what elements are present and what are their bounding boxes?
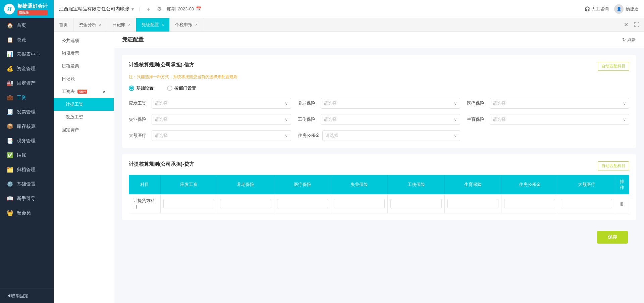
tabbar-actions: ✕ ⛶: [621, 20, 644, 30]
radio-dept-circle: [167, 86, 172, 91]
td-cell-3: [274, 194, 331, 213]
tab-capital-close[interactable]: ×: [99, 22, 101, 27]
tab-tax[interactable]: 个税申报 ×: [170, 18, 203, 32]
content-inner: 计提核算规则(公司承担)-借方 自动匹配科目 注：只能选择一种方式，系统将按照您…: [114, 48, 644, 254]
input-gongjijin[interactable]: [504, 199, 555, 208]
select-yiliao[interactable]: 请选择 ∨: [490, 98, 629, 109]
assets-icon: 🏭: [7, 80, 13, 86]
input-shiye[interactable]: [334, 199, 385, 208]
select-gongjijin[interactable]: 请选择 ∨: [322, 130, 460, 141]
tab-tax-label: 个税申报: [175, 22, 193, 28]
tab-capital-label: 资金分析: [79, 22, 96, 28]
label-yingfa: 应发工资: [129, 100, 149, 106]
td-cell-8: [558, 194, 615, 213]
company-selector[interactable]: 江西服宝精品有限责任公司内账张 ▾: [59, 6, 134, 12]
sidebar-item-reports[interactable]: 📊 云报表中心: [0, 47, 54, 61]
select-shengyu[interactable]: 请选择 ∨: [490, 114, 629, 125]
sidebar-item-tax[interactable]: 📑 税务管理: [0, 134, 54, 148]
sidebar-item-vip[interactable]: 👑 畅会员: [0, 206, 54, 220]
input-yanglao[interactable]: [220, 199, 271, 208]
sidebar-item-salary[interactable]: 💼 工资: [0, 90, 54, 105]
save-button[interactable]: 保存: [597, 231, 628, 244]
sidebar-item-label-archive: 归档管理: [17, 167, 36, 173]
period-display: 账期 2023-03 📅: [167, 6, 201, 12]
archive-icon: 🗂️: [7, 166, 13, 173]
delete-row-btn[interactable]: 🗑: [620, 201, 624, 206]
tab-home[interactable]: 首页: [54, 18, 73, 32]
sidebar-item-assets[interactable]: 🏭 固定资产: [0, 76, 54, 90]
tab-capital[interactable]: 资金分析 ×: [73, 18, 107, 32]
add-company-btn[interactable]: ＋: [146, 5, 152, 13]
input-yingfa[interactable]: [163, 199, 214, 208]
nav-salary-table[interactable]: 工资表 NEW ∨: [54, 85, 114, 98]
debit-section: 计提核算规则(公司承担)-借方 自动匹配科目 注：只能选择一种方式，系统将按照您…: [122, 55, 636, 148]
input-yiliao[interactable]: [277, 199, 328, 208]
nav-public[interactable]: 公共选项: [54, 34, 114, 47]
sidebar-item-label-guide: 新手引导: [17, 196, 36, 202]
input-shengyu[interactable]: [447, 199, 498, 208]
cancel-fixed-btn[interactable]: ◀取消固定: [0, 289, 54, 303]
home-icon: 🏠: [7, 22, 13, 29]
nav-salary-pay[interactable]: 发放工资: [54, 111, 114, 123]
nav-purchase[interactable]: 进项发票: [54, 60, 114, 72]
select-yingfa[interactable]: 请选择 ∨: [152, 98, 291, 109]
close-window-btn[interactable]: ✕: [621, 20, 631, 30]
th-subject: 科目: [129, 175, 161, 194]
sidebar-item-label-inventory: 库存核算: [17, 123, 36, 130]
tab-voucher-config[interactable]: 凭证配置 ×: [136, 18, 170, 32]
sidebar-item-checkout[interactable]: ✅ 结账: [0, 148, 54, 162]
refresh-label: 刷新: [627, 37, 636, 43]
debit-auto-match-btn[interactable]: 自动匹配科目: [598, 62, 629, 71]
chevron-down-icon: ∨: [285, 101, 288, 106]
debit-form-grid: 应发工资 请选择 ∨ 养老保险 请选择 ∨: [129, 98, 629, 141]
nav-fixed-assets[interactable]: 固定资产: [54, 123, 114, 136]
tabbar: 首页 资金分析 × 日记账 × 凭证配置 × 个税申报 × ✕ ⛶: [54, 18, 644, 32]
th-shiye: 失业保险: [331, 175, 388, 194]
chevron-down-icon-2: ∨: [454, 101, 457, 106]
select-gongshang[interactable]: 请选择 ∨: [321, 114, 460, 125]
sidebar-item-capital[interactable]: 💰 资金管理: [0, 61, 54, 76]
cancel-fixed-label: ◀取消固定: [7, 293, 29, 299]
tab-tax-close[interactable]: ×: [195, 22, 198, 27]
calendar-icon[interactable]: 📅: [196, 6, 201, 11]
user-menu[interactable]: 👤 畅捷通: [614, 4, 639, 14]
sidebar-item-label-checkout: 结账: [17, 152, 26, 158]
radio-dept[interactable]: 按部门设置: [167, 85, 196, 91]
input-gongshang[interactable]: [390, 199, 441, 208]
sidebar-item-inventory[interactable]: 📦 库存核算: [0, 119, 54, 134]
tab-journal-close[interactable]: ×: [128, 22, 130, 27]
field-gongshang: 工伤保险 请选择 ∨: [298, 114, 460, 125]
credit-auto-match-btn[interactable]: 自动匹配科目: [598, 161, 629, 170]
topbar-settings-btn[interactable]: ⚙: [157, 6, 162, 12]
nav-salary-calc[interactable]: 计提工资: [54, 98, 114, 111]
tab-voucher-close[interactable]: ×: [162, 22, 164, 27]
maximize-btn[interactable]: ⛶: [632, 20, 641, 30]
td-cell-1: [160, 194, 217, 213]
select-yanglao[interactable]: 请选择 ∨: [321, 98, 460, 109]
radio-basic[interactable]: 基础设置: [129, 85, 154, 91]
refresh-btn[interactable]: ↻ 刷新: [622, 37, 636, 43]
headset-icon: 🎧: [585, 6, 590, 11]
sidebar-item-label-reports: 云报表中心: [17, 51, 40, 57]
nav-journal[interactable]: 日记账: [54, 72, 114, 85]
sidebar-item-ledger[interactable]: 📋 总账: [0, 33, 54, 47]
sidebar-item-archive[interactable]: 🗂️ 归档管理: [0, 162, 54, 177]
sidebar-item-invoice[interactable]: 🧾 发票管理: [0, 105, 54, 119]
label-yanglao: 养老保险: [298, 100, 318, 106]
select-dae-yiliao[interactable]: 请选择 ∨: [152, 130, 291, 141]
nav-sales[interactable]: 销项发票: [54, 47, 114, 60]
sidebar-item-settings[interactable]: ⚙️ 基础设置: [0, 177, 54, 191]
sidebar-item-home[interactable]: 🏠 首页: [0, 18, 54, 33]
select-shiye[interactable]: 请选择 ∨: [152, 114, 291, 125]
tab-journal[interactable]: 日记账 ×: [107, 18, 136, 32]
label-shiye: 失业保险: [129, 116, 149, 122]
service-btn[interactable]: 🎧 人工咨询: [585, 6, 609, 12]
topbar: 江西服宝精品有限责任公司内账张 ▾ | ＋ ⚙ 账期 2023-03 📅 🎧 人…: [54, 0, 644, 18]
chevron-down-icon-8: ∨: [454, 133, 457, 138]
sidebar-item-guide[interactable]: 📖 新手引导: [0, 191, 54, 206]
th-yiliao: 医疗保险: [274, 175, 331, 194]
input-dae[interactable]: [561, 199, 612, 208]
invoice-icon: 🧾: [7, 109, 13, 115]
left-nav: 公共选项 销项发票 进项发票 日记账 工资表 NEW ∨ 计提工资: [54, 32, 114, 303]
new-badge: NEW: [77, 90, 87, 94]
